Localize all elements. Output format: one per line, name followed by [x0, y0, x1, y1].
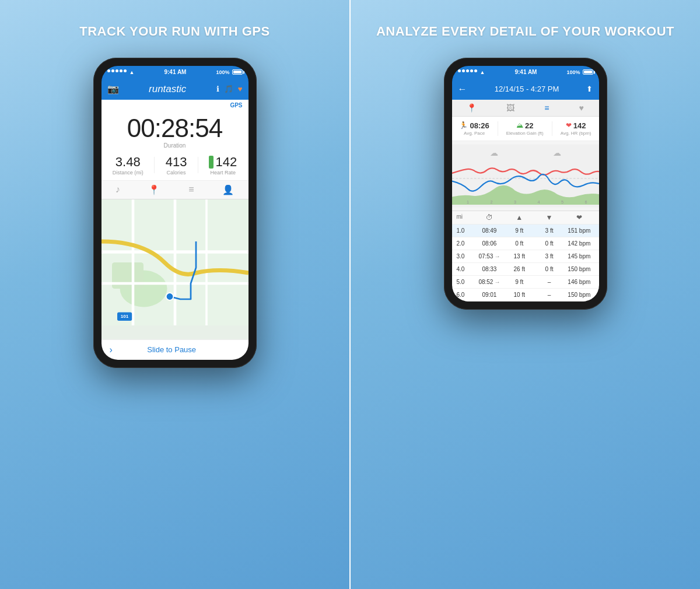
td-pace: 08:52 → [474, 279, 504, 285]
td-hr: 142 bpm [564, 240, 594, 247]
hr-icon: ❤ [566, 121, 572, 129]
td-down: 3 ft [534, 227, 564, 234]
avg-pace-stat: 🏃 08:26 Avg. Pace [459, 121, 489, 136]
avg-hr-stat: ❤ 142 Avg. HR (bpm) [561, 121, 592, 136]
elevation-value: 22 [525, 121, 533, 130]
detail-tab-heart[interactable]: ♥ [579, 103, 584, 113]
detail-nav-tabs: 📍 🖼 ≡ ♥ [452, 100, 599, 117]
left-status-time: 9:41 AM [164, 69, 186, 75]
map-view[interactable]: 101 [102, 199, 249, 339]
battery-icon [232, 69, 243, 75]
avg-pace-value: 08:26 [470, 121, 489, 130]
svg-text:1: 1 [467, 199, 469, 205]
r-dot2 [462, 69, 465, 72]
detail-divider-1 [498, 121, 498, 136]
trend-icon: → [494, 253, 500, 260]
heart-icon[interactable]: ♥ [238, 85, 243, 93]
dot3 [116, 69, 118, 72]
svg-text:6: 6 [584, 199, 587, 205]
heart-rate-display: 142 [209, 155, 237, 170]
trend-icon: → [494, 279, 500, 285]
left-app-header: 📷 runtastic ℹ 🎵 ♥ [102, 79, 249, 100]
stat-divider-1 [154, 157, 155, 173]
slide-to-pause-bar[interactable]: › Slide to Pause [102, 339, 249, 360]
slide-arrow-icon: › [110, 345, 113, 355]
share-button[interactable]: ⬆ [586, 85, 593, 93]
left-status-bar: ▲ 9:41 AM 100% [102, 66, 249, 79]
elevation-stat: ⛰ 22 Elevation Gain (ft) [506, 121, 544, 136]
td-pace: 08:49 [474, 227, 504, 234]
td-mi: 1.0 [457, 227, 475, 234]
timer-section: 00:28:54 Duration [102, 111, 249, 150]
timer-label: Duration [107, 142, 243, 149]
left-nav-tabs: ♪ 📍 ≡ 👤 [102, 181, 249, 199]
td-mi: 6.0 [457, 292, 475, 298]
th-hr: ❤ [564, 213, 594, 222]
tab-music[interactable]: ♪ [111, 183, 125, 197]
td-hr: 151 bpm [564, 227, 594, 234]
lap-data-table: mi ⏱ ▲ ▼ ❤ 1.0 08:49 9 ft 3 ft 151 bpm 2… [452, 211, 599, 301]
td-hr: 145 bpm [564, 253, 594, 260]
svg-text:4: 4 [537, 199, 540, 205]
workout-date: 12/14/15 - 4:27 PM [495, 85, 559, 93]
td-down: – [534, 292, 564, 298]
elevation-icon: ⛰ [516, 121, 523, 129]
td-up: 0 ft [505, 240, 534, 247]
gps-label: GPS [230, 102, 242, 108]
battery-label: 100% [216, 69, 229, 75]
tab-map[interactable]: 📍 [144, 183, 164, 197]
calories-value: 413 [166, 155, 187, 170]
left-panel: TRACK YOUR RUN WITH GPS ▲ 9:41 AM 100% [0, 0, 349, 589]
distance-stat: 3.48 Distance (mi) [113, 155, 144, 176]
r-dot5 [474, 69, 477, 72]
table-row: 5.0 08:52 → 9 ft – 146 bpm [452, 276, 599, 289]
dot1 [107, 69, 110, 72]
right-signal-dots: ▲ [458, 69, 485, 75]
info-icon[interactable]: ℹ [216, 85, 219, 93]
th-mi: mi [457, 213, 475, 222]
svg-text:2: 2 [490, 199, 492, 205]
back-button[interactable]: ← [458, 84, 467, 94]
th-up: ▲ [505, 213, 534, 222]
header-icons: ℹ 🎵 ♥ [216, 85, 243, 93]
svg-text:☁: ☁ [490, 148, 498, 157]
detail-tab-chart[interactable]: ≡ [544, 103, 549, 113]
pace-icon: 🏃 [459, 121, 468, 129]
right-panel-title: ANALYZE EVERY DETAIL OF YOUR WORKOUT [359, 23, 692, 40]
td-up: 9 ft [505, 227, 534, 234]
td-hr: 150 bpm [564, 292, 594, 298]
slide-to-pause-text: Slide to Pause [147, 345, 196, 354]
table-row: 4.0 08:33 26 ft 0 ft 150 bpm [452, 263, 599, 276]
td-down: 0 ft [534, 240, 564, 247]
td-pace: 09:01 [474, 292, 504, 298]
td-down: – [534, 279, 564, 285]
detail-app-header: ← 12/14/15 - 4:27 PM ⬆ [452, 79, 599, 100]
camera-icon[interactable]: 📷 [107, 83, 119, 94]
left-status-right: 100% [216, 69, 242, 75]
headphone-icon[interactable]: 🎵 [224, 85, 233, 93]
td-up: 9 ft [505, 279, 534, 285]
right-phone: ▲ 9:41 AM 100% ← 12/14/15 - 4:27 PM ⬆ 📍 … [444, 58, 607, 310]
left-panel-title: TRACK YOUR RUN WITH GPS [62, 23, 287, 40]
td-hr: 150 bpm [564, 266, 594, 272]
timer-value: 00:28:54 [107, 115, 243, 141]
table-row: 2.0 08:06 0 ft 0 ft 142 bpm [452, 237, 599, 250]
svg-point-8 [166, 293, 173, 300]
tab-stats[interactable]: ≡ [184, 183, 198, 197]
r-wifi-icon: ▲ [480, 69, 485, 75]
right-panel: ANALYZE EVERY DETAIL OF YOUR WORKOUT ▲ 9… [351, 0, 700, 589]
right-status-right: 100% [566, 69, 593, 75]
detail-tab-photo[interactable]: 🖼 [506, 103, 514, 113]
detail-divider-2 [552, 121, 552, 136]
td-pace: 08:33 [474, 266, 504, 272]
dot4 [120, 69, 123, 72]
heart-rate-stat: 142 Heart Rate [209, 155, 237, 176]
avg-hr-value: 142 [573, 121, 586, 130]
calories-stat: 413 Calories [166, 155, 187, 176]
tab-social[interactable]: 👤 [218, 183, 239, 197]
app-name: runtastic [149, 83, 186, 95]
elevation-label: Elevation Gain (ft) [506, 131, 544, 136]
signal-dots: ▲ [107, 69, 135, 75]
heart-rate-value: 142 [215, 155, 237, 170]
detail-tab-map[interactable]: 📍 [467, 103, 477, 113]
